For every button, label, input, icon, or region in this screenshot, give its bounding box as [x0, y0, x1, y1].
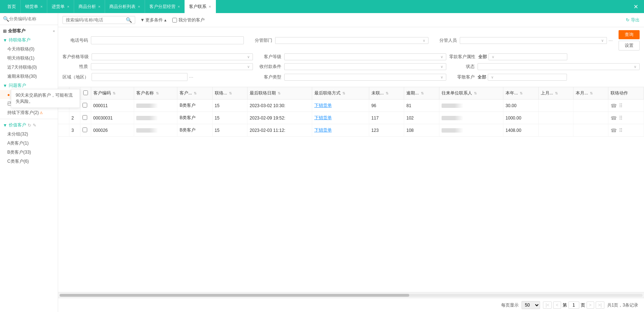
td-checkbox-2[interactable] — [80, 112, 91, 124]
sort-uncontacted-icon[interactable]: ⇅ — [386, 91, 389, 95]
th-this-month[interactable]: 本月... ⇅ — [573, 87, 608, 100]
sidebar-search-input[interactable] — [9, 16, 58, 21]
manager-ellipsis-icon[interactable]: ··· — [608, 37, 613, 43]
sort-this-month-icon[interactable]: ⇅ — [590, 91, 593, 95]
scroll-track[interactable] — [60, 294, 643, 297]
edit-icon[interactable]: ✎ — [33, 123, 36, 128]
sort-type-icon[interactable]: ⇅ — [194, 91, 197, 95]
sort-overdue-icon[interactable]: ⇅ — [421, 91, 424, 95]
th-code[interactable]: 客户编码 ⇅ — [91, 87, 134, 100]
group-pending-contact[interactable]: ▼ 待联络客户 — [0, 36, 58, 45]
last-page-button[interactable]: >| — [596, 301, 604, 309]
prev-page-button[interactable]: < — [553, 301, 561, 309]
row-3-checkbox[interactable] — [82, 127, 87, 132]
phone-input[interactable] — [91, 36, 244, 44]
region-input[interactable] — [92, 73, 188, 81]
select-all-checkbox[interactable] — [83, 90, 88, 95]
tab-sales[interactable]: 销货单 × — [21, 0, 47, 13]
tab-purchase-close[interactable]: × — [67, 4, 69, 9]
tab-product-list-close[interactable]: × — [138, 4, 140, 9]
refresh-icon[interactable]: ↻ — [28, 123, 31, 128]
contact-icon-2[interactable]: ☎ — [611, 115, 617, 121]
sidebar-item-ungrouped[interactable]: 未分组(32) — [0, 130, 58, 139]
sort-last-method-icon[interactable]: ⇅ — [342, 91, 345, 95]
scroll-thumb[interactable] — [60, 294, 409, 297]
group-value-customers[interactable]: ▼ 价值客户 ↻ ✎ — [0, 121, 58, 130]
tab-product-analysis[interactable]: 商品分析 × — [74, 0, 105, 13]
page-input[interactable] — [568, 301, 579, 309]
manager-select[interactable]: ∨ — [460, 37, 607, 44]
contact-icon-1[interactable]: ☎ — [611, 103, 617, 109]
sidebar-item-7days[interactable]: 近7天待联络(0) — [0, 63, 58, 72]
customer-level-select[interactable]: ∨ — [284, 53, 446, 60]
sidebar-item-class-c[interactable]: C类客户(6) — [0, 157, 58, 166]
region-ellipsis-icon[interactable]: ··· — [189, 74, 193, 80]
sidebar-item-tomorrow[interactable]: 明天待联络(1) — [0, 54, 58, 63]
sort-name-icon[interactable]: ⇅ — [156, 91, 159, 95]
sort-last-month-icon[interactable]: ⇅ — [555, 91, 558, 95]
th-this-year[interactable]: 本年... ⇅ — [503, 87, 538, 100]
th-checkbox[interactable] — [80, 87, 91, 100]
tab-purchase[interactable]: 进货单 × — [47, 0, 74, 13]
th-last-month[interactable]: 上月... ⇅ — [538, 87, 573, 100]
td-checkbox-3[interactable] — [80, 124, 91, 137]
sort-person-icon[interactable]: ⇅ — [474, 91, 477, 95]
more-conditions-btn[interactable]: ▼ 更多条件 ▲ — [138, 16, 169, 24]
first-page-button[interactable]: |< — [543, 301, 552, 309]
row-2-checkbox[interactable] — [82, 115, 87, 120]
tab-customer-tier[interactable]: 客户分层经营 × — [145, 0, 185, 13]
th-last-date[interactable]: 最后联络日期 ⇅ — [247, 87, 312, 100]
tab-customer-contact[interactable]: 客户联系 × — [185, 0, 216, 13]
dept-select[interactable]: ∨ — [275, 37, 428, 44]
tab-customer-tier-close[interactable]: × — [178, 4, 180, 9]
all-customers-section[interactable]: ⊞ 全部客户 « — [0, 25, 58, 36]
th-uncontacted[interactable]: 未联... ⇅ — [369, 87, 404, 100]
more-icon-2[interactable]: ⠿ — [619, 115, 623, 121]
sidebar-item-overdue[interactable]: 逾期未联络(30) — [0, 72, 58, 81]
search-input[interactable] — [66, 17, 126, 23]
settings-button[interactable]: 设置 — [619, 41, 640, 50]
more-icon-3[interactable]: ⠿ — [619, 127, 623, 133]
my-customers-checkbox[interactable] — [172, 18, 177, 23]
tab-home[interactable]: 首页 — [3, 0, 21, 13]
horizontal-scrollbar[interactable] — [58, 292, 644, 298]
tab-product-analysis-close[interactable]: × — [98, 4, 100, 9]
window-close-button[interactable]: ✕ — [631, 3, 641, 10]
my-customers-checkbox-label[interactable]: 我分管的客户 — [172, 17, 205, 23]
tab-product-list[interactable]: 商品分析列表 × — [105, 0, 145, 13]
sidebar-item-class-b[interactable]: B类客户(33) — [0, 148, 58, 157]
th-overdue[interactable]: 逾期... ⇅ — [404, 87, 439, 100]
row-1-checkbox[interactable] — [82, 103, 87, 108]
last-method-link-2[interactable]: 下销货单 — [314, 115, 332, 120]
contact-icon-3[interactable]: ☎ — [611, 127, 617, 133]
td-checkbox-1[interactable] — [80, 100, 91, 112]
th-name[interactable]: 客户名称 ⇅ — [134, 87, 177, 100]
th-contact-count[interactable]: 联络... ⇅ — [212, 87, 247, 100]
th-last-method[interactable]: 最后联络方式 ⇅ — [312, 87, 369, 100]
sidebar-item-class-a[interactable]: A类客户(1) — [0, 139, 58, 148]
payment-select[interactable]: ∨ — [284, 63, 446, 70]
per-page-select[interactable]: 50 100 200 — [522, 301, 540, 309]
th-type[interactable]: 客户... ⇅ — [177, 87, 212, 100]
last-method-link-3[interactable]: 下销货单 — [314, 127, 332, 133]
query-button[interactable]: 查询 — [619, 30, 640, 39]
status-select[interactable]: ∨ — [478, 63, 640, 70]
last-method-link-1[interactable]: 下销货单 — [314, 103, 332, 108]
sidebar-item-today[interactable]: 今天待联络(0) — [0, 45, 58, 54]
sort-code-icon[interactable]: ⇅ — [113, 91, 116, 95]
zero-customer-select[interactable]: ∨ — [488, 74, 567, 81]
customer-type-select[interactable]: ∨ — [284, 74, 446, 81]
next-page-button[interactable]: > — [587, 301, 594, 309]
price-level-select[interactable]: ∨ — [92, 53, 253, 60]
export-button[interactable]: ↻ 导出 — [626, 17, 640, 23]
sort-contact-icon[interactable]: ⇅ — [229, 91, 232, 95]
more-icon-1[interactable]: ⠿ — [619, 103, 623, 109]
th-contact-person[interactable]: 往来单位联系人 ⇅ — [439, 87, 503, 100]
zero-attr-select[interactable]: ∨ — [488, 53, 567, 60]
sidebar-item-declining[interactable]: 持续下滑客户(2) ⚠ — [0, 108, 58, 117]
search-icon[interactable]: 🔍 — [126, 17, 132, 23]
sort-this-year-icon[interactable]: ⇅ — [520, 91, 523, 95]
gender-select[interactable]: ∨ — [91, 63, 253, 70]
sort-last-date-icon[interactable]: ⇅ — [278, 91, 281, 95]
tab-customer-contact-close[interactable]: × — [209, 4, 211, 9]
